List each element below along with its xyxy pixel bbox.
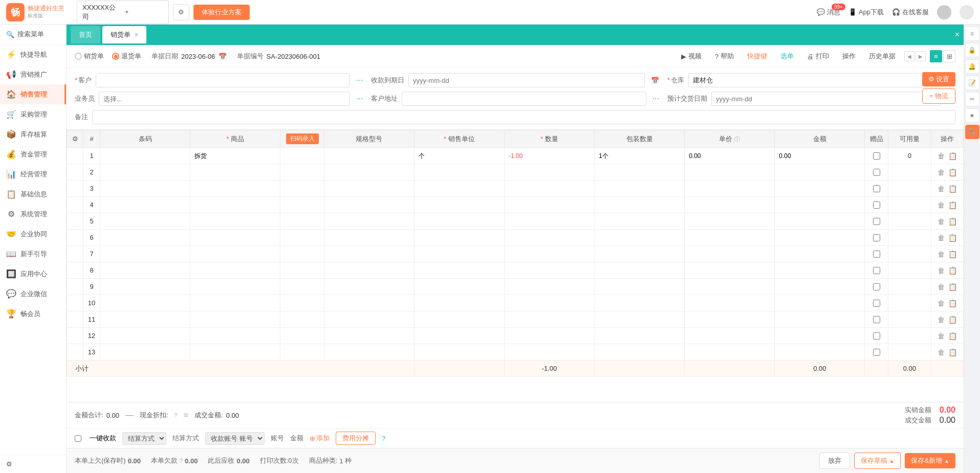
cell-qty[interactable] xyxy=(504,181,594,197)
cell-unit[interactable] xyxy=(414,279,504,295)
cell-spec[interactable] xyxy=(324,246,414,262)
copy-row-btn[interactable]: 📋 xyxy=(947,298,958,308)
right-panel-btn-6[interactable]: ★ xyxy=(965,108,979,123)
cell-unit[interactable] xyxy=(414,262,504,279)
notification-button[interactable]: 💬 消息 99+ xyxy=(817,8,840,17)
cell-barcode[interactable] xyxy=(100,295,190,311)
choose-btn[interactable]: 选单 xyxy=(776,49,798,63)
payment-date-input[interactable] xyxy=(408,73,645,87)
cell-unit-price[interactable] xyxy=(685,181,775,197)
sidebar-item-finance[interactable]: 💰 资金管理 xyxy=(0,144,66,164)
copy-row-btn[interactable]: 📋 xyxy=(947,167,958,177)
cell-goods[interactable] xyxy=(190,279,280,295)
th-settings[interactable]: ⚙ xyxy=(67,130,83,148)
delete-row-btn[interactable]: 🗑 xyxy=(937,216,946,227)
cell-gift[interactable] xyxy=(865,311,888,328)
payment-date-calendar-icon[interactable]: 📅 xyxy=(651,77,659,84)
sidebar-item-system[interactable]: ⚙ 系统管理 xyxy=(0,204,66,224)
cell-pkg-qty[interactable] xyxy=(595,295,685,311)
sidebar-item-inventory[interactable]: 📦 库存核算 xyxy=(0,124,66,144)
online-service-link[interactable]: 🎧 在线客服 xyxy=(892,8,929,17)
cell-spec[interactable] xyxy=(324,262,414,279)
cell-spec[interactable] xyxy=(324,279,414,295)
tab-home[interactable]: 首页 xyxy=(71,26,100,43)
delivery-date-input[interactable] xyxy=(711,92,941,106)
cell-gift[interactable] xyxy=(865,164,888,181)
save-new-button[interactable]: 保存&新增 ▲ xyxy=(905,453,955,468)
cell-unit[interactable] xyxy=(414,344,504,361)
right-panel-btn-2[interactable]: 🔒 xyxy=(965,43,979,57)
cell-amount[interactable] xyxy=(775,344,865,361)
list-view-btn[interactable]: ≡ xyxy=(930,50,942,62)
delete-row-btn[interactable]: 🗑 xyxy=(937,151,946,161)
delete-row-btn[interactable]: 🗑 xyxy=(937,167,946,177)
copy-row-btn[interactable]: 📋 xyxy=(947,184,958,194)
cell-amount[interactable] xyxy=(775,328,865,344)
copy-row-btn[interactable]: 📋 xyxy=(947,314,958,325)
cell-gift[interactable] xyxy=(865,246,888,262)
cell-pkg-qty[interactable] xyxy=(595,148,685,164)
cell-amount[interactable] xyxy=(775,197,865,213)
help-btn[interactable]: ? 帮助 xyxy=(710,49,738,63)
cell-goods[interactable] xyxy=(190,328,280,344)
cell-goods[interactable] xyxy=(190,213,280,230)
cell-spec[interactable] xyxy=(324,311,414,328)
copy-row-btn[interactable]: 📋 xyxy=(947,331,958,341)
cell-amount[interactable] xyxy=(775,230,865,246)
cell-amount[interactable] xyxy=(775,311,865,328)
salesperson-more-icon[interactable]: ··· xyxy=(356,94,363,103)
cell-gift[interactable] xyxy=(865,197,888,213)
cell-unit-price[interactable] xyxy=(685,148,775,164)
cell-goods[interactable] xyxy=(190,197,280,213)
shortcut-btn[interactable]: 快捷键 xyxy=(743,49,772,63)
cell-pkg-qty[interactable] xyxy=(595,311,685,328)
company-selector[interactable]: XXXXXX公司 ▼ xyxy=(77,1,169,24)
copy-row-btn[interactable]: 📋 xyxy=(947,200,958,210)
copy-row-btn[interactable]: 📋 xyxy=(947,233,958,243)
cell-gift[interactable] xyxy=(865,344,888,361)
cell-qty[interactable] xyxy=(504,328,594,344)
cell-barcode[interactable] xyxy=(100,328,190,344)
cell-pkg-qty[interactable] xyxy=(595,344,685,361)
sidebar-search[interactable]: 🔍 搜索菜单 xyxy=(0,25,66,44)
scan-btn[interactable]: 扫码录入 xyxy=(286,133,319,144)
warehouse-input[interactable] xyxy=(688,73,943,87)
payment-hint-icon[interactable]: ? xyxy=(382,435,385,442)
cell-unit-price[interactable] xyxy=(685,279,775,295)
cell-gift[interactable] xyxy=(865,213,888,230)
cell-unit-price[interactable] xyxy=(685,311,775,328)
cell-goods[interactable] xyxy=(190,295,280,311)
cell-qty[interactable] xyxy=(504,213,594,230)
cell-gift[interactable] xyxy=(865,148,888,164)
cell-pkg-qty[interactable] xyxy=(595,164,685,181)
account-select[interactable]: 收款账号 账号 xyxy=(205,432,265,445)
cell-unit-price[interactable] xyxy=(685,230,775,246)
app-download-link[interactable]: 📱 App下载 xyxy=(848,8,884,17)
cell-qty[interactable] xyxy=(504,295,594,311)
right-panel-btn-1[interactable]: ≡ xyxy=(965,27,979,41)
one-click-checkbox[interactable] xyxy=(75,435,81,442)
cell-pkg-qty[interactable] xyxy=(595,279,685,295)
date-calendar-icon[interactable]: 📅 xyxy=(219,53,227,60)
cell-barcode[interactable] xyxy=(100,279,190,295)
sidebar-item-guide[interactable]: 📖 新手引导 xyxy=(0,244,66,264)
cell-barcode[interactable] xyxy=(100,213,190,230)
delete-row-btn[interactable]: 🗑 xyxy=(937,314,946,325)
customer-addr-more-icon[interactable]: ··· xyxy=(652,94,659,103)
cell-unit[interactable] xyxy=(414,181,504,197)
cell-pkg-qty[interactable] xyxy=(595,246,685,262)
cell-amount[interactable] xyxy=(775,164,865,181)
delete-row-btn[interactable]: 🗑 xyxy=(937,200,946,210)
cell-qty[interactable] xyxy=(504,148,594,164)
cell-gift[interactable] xyxy=(865,295,888,311)
cell-qty[interactable] xyxy=(504,279,594,295)
copy-row-btn[interactable]: 📋 xyxy=(947,151,958,161)
radio-return[interactable]: 退货单 xyxy=(112,52,141,61)
customer-more-icon[interactable]: ··· xyxy=(356,76,363,85)
delete-row-btn[interactable]: 🗑 xyxy=(937,298,946,308)
cell-unit-price[interactable] xyxy=(685,262,775,279)
close-all-tabs[interactable]: × xyxy=(955,30,960,39)
cell-amount[interactable] xyxy=(775,262,865,279)
payment-method-select[interactable]: 结算方式 xyxy=(122,432,166,445)
cell-goods[interactable] xyxy=(190,262,280,279)
